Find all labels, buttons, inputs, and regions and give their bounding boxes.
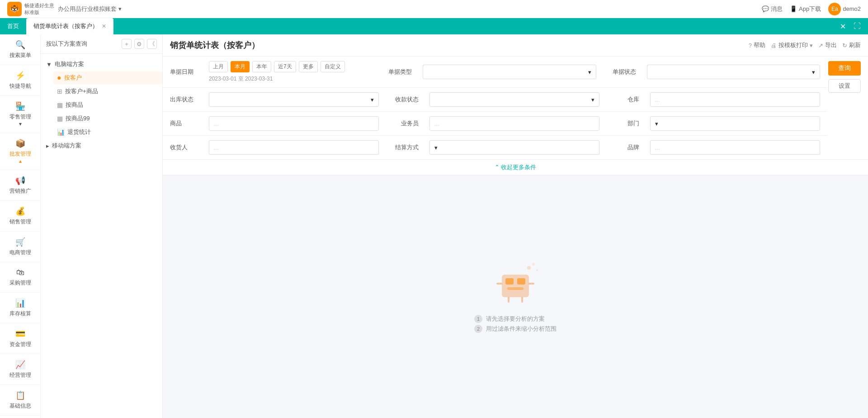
date-this-month[interactable]: 本月 xyxy=(231,61,250,72)
sidebar-item-system[interactable]: ⚙ 系统管理 xyxy=(0,416,40,418)
tab-close-button[interactable]: ✕ xyxy=(837,21,848,32)
tab-maximize-button[interactable]: ⛶ xyxy=(852,21,863,32)
doc-type-label: 单据类型 xyxy=(379,68,415,76)
app-download-button[interactable]: 📱 App下载 xyxy=(790,5,821,13)
tab-bar: 首页 销货单统计表（按客户） ✕ ✕ ⛶ xyxy=(0,18,868,34)
panel-collapse-button[interactable]: 《 xyxy=(147,39,157,49)
out-status-select[interactable]: ▾ xyxy=(209,92,379,107)
filter-buttons-col: 查询 设置 xyxy=(827,57,868,159)
wholesale-icon: 📦 xyxy=(2,138,38,148)
svg-point-10 xyxy=(536,269,538,271)
doc-type-select[interactable]: ▾ xyxy=(423,65,596,79)
logo-icon: 🐯 xyxy=(7,2,22,16)
search-icon: 🔍 xyxy=(2,40,38,50)
sidebar-item-wholesale[interactable]: 📦 批发管理 ▴ xyxy=(0,133,40,170)
template-print-button[interactable]: 🖨 按模板打印 ▾ xyxy=(771,41,813,49)
tree-item-by-product[interactable]: ▦ 按商品 xyxy=(53,98,162,112)
empty-state: 1 请先选择要分析的方案 2 用过滤条件来缩小分析范围 xyxy=(163,176,868,418)
tree-desktop-section[interactable]: ▼ 电脑端方案 xyxy=(41,57,162,71)
out-status-dropdown-icon: ▾ xyxy=(371,96,374,103)
sidebar-item-marketing[interactable]: 📢 营销推广 xyxy=(0,170,40,201)
tree-item-by-product99[interactable]: ▦ 按商品99 xyxy=(53,112,162,125)
help-icon: ? xyxy=(749,42,752,49)
consignee-select[interactable]: ... xyxy=(209,140,379,155)
date-this-year[interactable]: 本年 xyxy=(252,61,271,72)
empty-tip-2: 2 用过滤条件来缩小分析范围 xyxy=(474,325,557,333)
doc-status-dropdown-icon: ▾ xyxy=(812,69,815,76)
sidebar-item-finance[interactable]: 💳 资金管理 xyxy=(0,323,40,354)
sidebar-item-retail[interactable]: 🏪 零售管理 ▾ xyxy=(0,96,40,133)
panel-add-button[interactable]: + xyxy=(122,39,132,49)
chart-icon: 📊 xyxy=(57,128,65,136)
doc-status-select[interactable]: ▾ xyxy=(647,65,820,79)
sidebar-item-ecommerce[interactable]: 🛒 电商管理 xyxy=(0,232,40,262)
sidebar-item-sales[interactable]: 💰 销售管理 xyxy=(0,201,40,232)
filter-fields: 单据日期 上月 本月 本年 近7天 更多 自定义 2023-03-01 至 20… xyxy=(163,57,827,159)
collapse-icon: ⌃ xyxy=(495,164,500,171)
panel-actions: + ⚙ 《 xyxy=(122,39,157,49)
logo-text: 畅捷通好生意 标准版 xyxy=(24,2,54,15)
export-button[interactable]: ↗ 导出 xyxy=(818,41,837,49)
page-action-bar: ? 帮助 🖨 按模板打印 ▾ ↗ 导出 ↻ 刷新 xyxy=(749,41,861,49)
date-last-month[interactable]: 上月 xyxy=(209,61,228,72)
svg-rect-0 xyxy=(502,275,529,297)
left-panel-header: 按以下方案查询 + ⚙ 《 xyxy=(41,34,162,54)
product-label: 商品 xyxy=(170,119,202,128)
empty-tips: 1 请先选择要分析的方案 2 用过滤条件来缩小分析范围 xyxy=(474,313,557,335)
page-title: 销货单统计表（按客户） xyxy=(170,40,259,51)
brand-select[interactable]: ... xyxy=(650,140,820,155)
receipt-status-select[interactable]: ▾ xyxy=(429,92,599,107)
user-menu[interactable]: Ea demo2 xyxy=(828,3,861,15)
refresh-button[interactable]: ↻ 刷新 xyxy=(842,41,861,49)
date-more[interactable]: 更多 xyxy=(299,61,318,72)
filter-row-2: 出库状态 ▾ 收款状态 ▾ 仓库 xyxy=(163,88,827,112)
salesperson-placeholder: ... xyxy=(434,120,439,127)
company-selector[interactable]: 办公用品行业模拟账套 ▾ xyxy=(58,5,122,13)
selected-indicator: ● xyxy=(57,74,61,82)
sidebar-item-quicknav[interactable]: ⚡ 快捷导航 xyxy=(0,65,40,96)
date-last7[interactable]: 近7天 xyxy=(274,61,296,72)
doc-status-label: 单据状态 xyxy=(604,68,640,76)
refresh-icon: ↻ xyxy=(842,42,847,49)
sidebar-item-operations[interactable]: 📈 经营管理 xyxy=(0,354,40,385)
empty-illustration xyxy=(488,259,542,304)
product-placeholder: ... xyxy=(214,120,219,127)
department-select[interactable]: ▾ xyxy=(650,116,820,131)
date-custom[interactable]: 自定义 xyxy=(321,61,345,72)
tab-sales-stat[interactable]: 销货单统计表（按客户） ✕ xyxy=(26,18,113,34)
warehouse-label: 仓库 xyxy=(607,95,643,104)
warehouse-select[interactable]: ... xyxy=(650,92,820,107)
sidebar-item-search[interactable]: 🔍 搜索菜单 xyxy=(0,34,40,65)
product-select[interactable]: ... xyxy=(209,116,379,131)
consignee-placeholder: ... xyxy=(214,144,219,151)
tree-mobile-section[interactable]: ▸ 移动端方案 xyxy=(41,139,162,152)
sidebar-item-purchase[interactable]: 🛍 采购管理 xyxy=(0,262,40,293)
main-layout: 🔍 搜索菜单 ⚡ 快捷导航 🏪 零售管理 ▾ 📦 批发管理 ▴ 📢 营销推广 💰… xyxy=(0,34,868,418)
date-label: 单据日期 xyxy=(170,68,202,76)
tab-home[interactable]: 首页 xyxy=(0,18,26,34)
svg-rect-3 xyxy=(507,287,524,290)
settlement-label: 结算方式 xyxy=(386,143,422,152)
collapse-row[interactable]: ⌃ 收起更多条件 xyxy=(163,159,868,175)
query-button[interactable]: 查询 xyxy=(828,61,861,76)
sidebar-item-inventory[interactable]: 📊 库存核算 xyxy=(0,293,40,323)
salesperson-select[interactable]: ... xyxy=(429,116,599,131)
panel-settings-button[interactable]: ⚙ xyxy=(134,39,144,49)
tab-close-icon[interactable]: ✕ xyxy=(102,23,106,29)
messages-button[interactable]: 💬 消息 xyxy=(762,5,783,13)
settings-button[interactable]: 设置 xyxy=(828,79,861,93)
department-label: 部门 xyxy=(607,119,643,128)
left-panel: 按以下方案查询 + ⚙ 《 ▼ 电脑端方案 ● 按客户 xyxy=(41,34,163,418)
tree-item-by-customer-product[interactable]: ⊞ 按客户+商品 xyxy=(53,85,162,98)
settlement-select[interactable]: ▾ xyxy=(429,140,599,155)
tree-item-by-customer[interactable]: ● 按客户 xyxy=(53,71,162,85)
filter-row-1: 单据日期 上月 本月 本年 近7天 更多 自定义 2023-03-01 至 20… xyxy=(163,57,827,88)
retail-icon: 🏪 xyxy=(2,101,38,111)
tree-item-refund-stat[interactable]: 📊 退货统计 xyxy=(53,125,162,139)
department-dropdown-icon: ▾ xyxy=(655,120,658,127)
help-button[interactable]: ? 帮助 xyxy=(749,41,765,49)
sidebar-item-basic[interactable]: 📋 基础信息 xyxy=(0,385,40,416)
filter-section: 单据日期 上月 本月 本年 近7天 更多 自定义 2023-03-01 至 20… xyxy=(163,57,868,176)
header-left: 🐯 畅捷通好生意 标准版 办公用品行业模拟账套 ▾ xyxy=(7,2,122,16)
tree-section: ▼ 电脑端方案 ● 按客户 ⊞ 按客户+商品 ▦ 按商品 xyxy=(41,54,162,156)
